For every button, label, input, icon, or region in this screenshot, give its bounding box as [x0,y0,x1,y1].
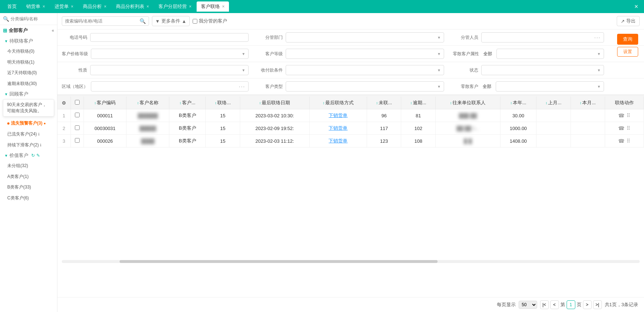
row-method-3[interactable]: 下销货单 [309,135,367,147]
zero-attr-select[interactable]: ▼ [496,49,604,59]
select-all-checkbox[interactable] [75,100,80,105]
tab-customer-segment[interactable]: 客户分层经营 × [154,1,196,12]
next-page-button[interactable]: > [583,300,592,309]
row-unit-contact-2: ██ ██ 3... [435,122,500,135]
filter-zero-customer: 零散客户 全部 ▼ [448,78,644,95]
query-button[interactable]: 查询 [617,34,638,45]
search-input[interactable] [65,19,137,24]
col-last-date[interactable]: ↕ 最后联络日期 [240,97,309,109]
export-button[interactable]: ↗ 导出 [617,16,640,26]
tab-sales-order[interactable]: 销货单 × [22,1,49,12]
tab-close-purchase[interactable]: × [71,4,73,9]
col-code[interactable]: ↕ 客户编码 [84,97,126,109]
region-label: 区域（地区） [62,84,88,90]
nature-select[interactable]: ▼ [90,65,249,75]
more-conditions-button[interactable]: ▼ 更多条件 ▲ [152,16,190,26]
sidebar-item-tomorrow-pending[interactable]: 明天待联络(1) [0,57,57,68]
tab-close-customer-segment[interactable]: × [189,4,192,9]
customer-level-select[interactable]: ▼ [286,49,444,59]
contact-icon-1[interactable]: ☎ [618,113,624,118]
sidebar-item-churned[interactable]: 已流失客户(24) ℹ [0,129,57,140]
row-code-1: 000011 [84,109,126,122]
col-contact-count[interactable]: ↕ 联络... [206,97,240,109]
tab-home[interactable]: 首页 [3,3,21,10]
tab-close-product-analysis[interactable]: × [104,4,106,9]
advanced-filter-panel: 电话号码 分管部门 ▼ 分管人员 ··· 客户价格等级 [57,29,644,95]
col-not-contacted[interactable]: ↕ 未联... [367,97,401,109]
scrollbar-thumb[interactable] [120,260,438,263]
tab-product-analysis[interactable]: 商品分析 × [79,1,111,12]
per-page-select[interactable]: 50 100 200 [519,301,537,309]
tab-close-sales[interactable]: × [43,4,45,9]
col-last-method[interactable]: ↕ 最后联络方式 [309,97,367,109]
sidebar-item-churn-warning[interactable]: 流失预警客户(3) ● [0,118,57,129]
col-name[interactable]: ↕ 客户名称 [126,97,169,109]
tab-close-customer-contact[interactable]: × [222,4,225,9]
my-customers-checkbox-label[interactable]: 我分管的客户 [193,18,227,24]
col-this-year[interactable]: ↕ 本年... [500,97,536,109]
last-page-button[interactable]: >| [593,300,602,309]
sidebar-search-input[interactable] [11,16,57,21]
sidebar-search-area: 🔍 [0,13,57,25]
sidebar-collapse-btn[interactable]: « [52,28,54,33]
filter-nature: 性质 ▼ [57,62,253,78]
sidebar-item-b-class[interactable]: B类客户(33) [0,182,57,193]
tab-purchase-order[interactable]: 进货单 × [50,1,78,12]
row-checkbox-3[interactable] [71,135,84,147]
row-method-1[interactable]: 下销货单 [309,109,367,122]
close-all-tabs-button[interactable]: × [631,3,641,11]
dept-select[interactable]: ▼ [286,32,444,42]
sidebar-item-a-class[interactable]: A类客户(1) [0,171,57,182]
price-level-select[interactable]: ▼ [91,49,249,59]
col-this-month[interactable]: ↕ 本月... [571,97,605,109]
status-select[interactable]: ▼ [481,65,604,75]
row-overdue-3: 108 [401,135,435,147]
row-method-2[interactable]: 下销货单 [309,122,367,135]
sidebar-item-c-class[interactable]: C类客户(6) [0,193,57,204]
more-icon-2[interactable]: ⠿ [627,125,630,131]
sidebar-item-declining[interactable]: 持续下滑客户(2) ℹ [0,140,57,151]
filter-action-buttons: 查询 设置 [617,34,638,57]
sidebar-all-customers[interactable]: ⊞ 全部客户 « [0,25,57,36]
sidebar-item-overdue-contact[interactable]: 逾期未联络(30) [0,78,57,89]
sidebar-group-review[interactable]: ▼ 回顾客户 [0,89,57,99]
row-date-2: 2023-02-09 19:52: [240,122,309,135]
col-type[interactable]: ↕ 客户... [169,97,206,109]
col-settings[interactable]: ⚙ [57,97,71,109]
row-unit-contact-1: ███ ██ [435,109,500,122]
contact-icon-2[interactable]: ☎ [618,125,624,131]
col-unit-contact[interactable]: ↕ 往来单位联系人 [435,97,500,109]
row-checkbox-1[interactable] [71,109,84,122]
region-select[interactable]: ··· [91,81,249,92]
col-last-month[interactable]: ↕ 上月... [536,97,571,109]
more-icon-1[interactable]: ⠿ [627,113,630,118]
horizontal-scrollbar[interactable] [62,260,640,263]
sidebar-group-pending[interactable]: ▼ 待联络客户 [0,36,57,46]
col-checkbox[interactable] [71,97,84,109]
sort-icon: ↕ [94,101,96,105]
tab-customer-contact[interactable]: 客户联络 × [197,1,229,12]
first-page-button[interactable]: |< [540,300,549,309]
zero-customer-select[interactable]: ▼ [496,81,604,92]
sidebar-item-ungrouped[interactable]: 未分组(32) [0,161,57,171]
row-checkbox-2[interactable] [71,122,84,135]
more-icon-3[interactable]: ⠿ [627,138,630,144]
manager-select[interactable]: ··· [481,32,604,42]
row-date-3: 2023-02-03 11:12: [240,135,309,147]
payment-select[interactable]: ▼ [286,65,444,75]
refresh-icon[interactable]: ↻ [31,153,35,158]
contact-icon-3[interactable]: ☎ [618,138,624,144]
chevron-icon: ▲ [182,19,186,24]
edit-icon[interactable]: ✎ [36,153,40,158]
tab-product-analysis-list[interactable]: 商品分析列表 × [112,1,153,12]
customer-type-select[interactable]: ▼ [286,81,444,92]
sidebar-group-value[interactable]: ▼ 价值客户 ↻ ✎ [0,150,57,161]
settings-button[interactable]: 设置 [617,47,638,57]
sidebar-item-today-pending[interactable]: 今天待联络(0) [0,46,57,57]
my-customers-checkbox[interactable] [193,19,197,24]
prev-page-button[interactable]: < [550,300,559,309]
phone-input[interactable] [90,33,249,42]
tab-close-product-list[interactable]: × [146,4,149,9]
col-overdue[interactable]: ↕ 逾期... [401,97,435,109]
sidebar-item-7days-pending[interactable]: 近7天待联络(0) [0,68,57,78]
